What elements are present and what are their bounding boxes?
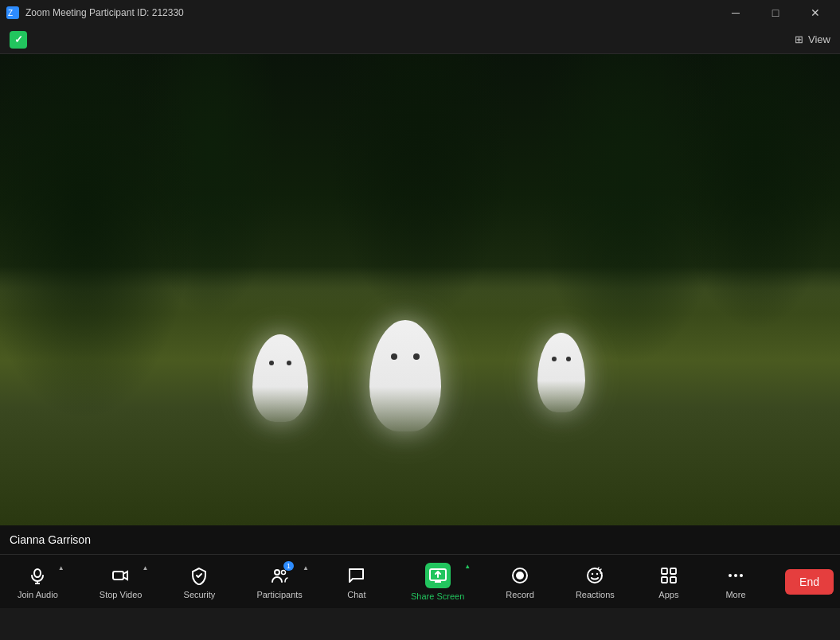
ghost-right-eye-right xyxy=(566,357,571,361)
reactions-icon xyxy=(584,564,606,587)
audio-caret-icon: ▲ xyxy=(58,564,64,572)
svg-rect-5 xyxy=(113,572,123,580)
title-bar-left: Z Zoom Meeting Participant ID: 212330 xyxy=(6,6,184,19)
svg-rect-18 xyxy=(662,577,667,583)
audio-icon xyxy=(26,564,49,587)
svg-point-6 xyxy=(275,570,279,575)
ghost-right-body xyxy=(537,333,585,412)
participants-caret-icon: ▲ xyxy=(303,564,309,572)
ghost-left xyxy=(252,334,308,422)
video-area xyxy=(0,54,840,525)
svg-point-11 xyxy=(516,572,524,580)
ghost-center xyxy=(369,320,441,431)
svg-point-15 xyxy=(596,572,598,574)
ghost-left-eye-left xyxy=(269,361,274,365)
svg-rect-17 xyxy=(670,568,676,574)
maximize-button[interactable]: □ xyxy=(757,0,794,25)
chat-label: Chat xyxy=(347,590,365,599)
toolbar: ▲ Join Audio ▲ Stop Video Security xyxy=(0,554,840,608)
svg-point-14 xyxy=(592,572,593,574)
more-button[interactable]: More xyxy=(712,560,760,604)
view-grid-icon: ⊞ xyxy=(795,33,803,45)
participant-count: 1 xyxy=(283,561,294,571)
close-button[interactable]: ✕ xyxy=(797,0,834,25)
svg-point-22 xyxy=(740,574,743,577)
reactions-button[interactable]: Reactions xyxy=(565,560,626,604)
share-screen-icon xyxy=(425,563,451,588)
share-screen-caret-icon: ▲ xyxy=(464,563,471,570)
security-shield-icon: ✓ xyxy=(10,31,27,49)
apps-icon xyxy=(658,564,680,587)
apps-label: Apps xyxy=(658,590,678,599)
record-icon xyxy=(509,564,531,587)
apps-button[interactable]: Apps xyxy=(645,560,693,604)
svg-point-7 xyxy=(282,570,286,574)
svg-point-21 xyxy=(734,574,737,577)
top-bar-left: ✓ xyxy=(10,31,27,49)
record-button[interactable]: Record xyxy=(494,560,545,604)
view-label: View xyxy=(808,33,830,45)
svg-rect-16 xyxy=(662,568,667,574)
security-button[interactable]: Security xyxy=(173,560,227,604)
title-bar: Z Zoom Meeting Participant ID: 212330 ─ … xyxy=(0,0,840,25)
share-screen-label: Share Screen xyxy=(411,591,464,601)
ghost-center-eye-left xyxy=(391,353,397,360)
ghost-right-eye-left xyxy=(552,357,557,361)
ghost-center-body xyxy=(369,320,441,431)
stop-video-label: Stop Video xyxy=(100,590,143,599)
svg-point-20 xyxy=(729,574,732,577)
video-icon xyxy=(110,564,132,587)
minimize-button[interactable]: ─ xyxy=(717,0,754,25)
ghost-right xyxy=(537,333,585,412)
svg-text:Z: Z xyxy=(8,9,13,18)
title-bar-title: Zoom Meeting Participant ID: 212330 xyxy=(25,7,184,18)
chat-button[interactable]: Chat xyxy=(333,560,381,604)
participant-name: Cianna Garrison xyxy=(10,533,91,546)
security-label: Security xyxy=(184,590,216,599)
name-bar: Cianna Garrison xyxy=(0,525,840,554)
join-audio-button[interactable]: ▲ Join Audio xyxy=(6,560,69,604)
more-label: More xyxy=(725,590,745,599)
view-button[interactable]: ⊞ View xyxy=(795,33,830,45)
ghost-left-eye-right xyxy=(287,361,291,365)
record-label: Record xyxy=(506,590,533,599)
end-button[interactable]: End xyxy=(785,569,834,595)
stop-video-button[interactable]: ▲ Stop Video xyxy=(88,560,154,604)
forest-background xyxy=(0,54,840,525)
svg-point-2 xyxy=(34,569,41,577)
participants-label: Participants xyxy=(256,590,302,599)
window-controls: ─ □ ✕ xyxy=(717,0,834,25)
ghost-center-eye-right xyxy=(413,353,420,360)
zoom-icon: Z xyxy=(6,6,19,19)
svg-rect-19 xyxy=(670,577,676,583)
reactions-label: Reactions xyxy=(576,590,615,599)
more-icon xyxy=(725,564,747,587)
video-background xyxy=(0,54,840,525)
security-icon xyxy=(188,564,210,587)
join-audio-label: Join Audio xyxy=(18,590,58,599)
chat-icon xyxy=(346,564,368,587)
participants-button[interactable]: 1 ▲ Participants xyxy=(245,560,313,604)
video-caret-icon: ▲ xyxy=(143,564,149,572)
ghost-left-body xyxy=(252,334,308,422)
share-screen-button[interactable]: ▲ Share Screen xyxy=(400,558,475,606)
participants-icon: 1 xyxy=(268,564,291,587)
top-bar: ✓ ⊞ View xyxy=(0,25,840,54)
